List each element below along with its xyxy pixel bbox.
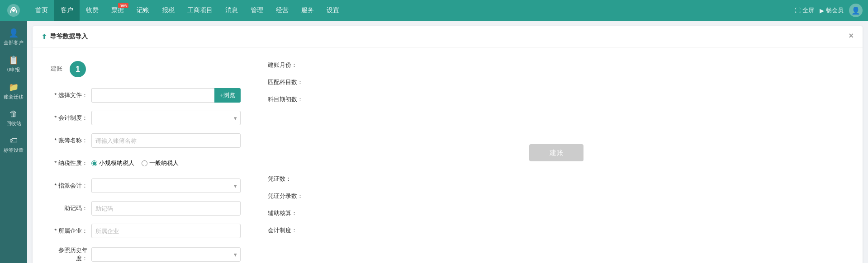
tax-nature-row: * 纳税性质： 小规模纳税人 一般纳税人: [51, 156, 241, 170]
nav-business[interactable]: 工商项目: [181, 0, 219, 21]
right-accounting-system-label: 会计制度：: [268, 226, 308, 235]
app-logo: [5, 2, 22, 19]
browse-button[interactable]: +浏览: [214, 88, 241, 103]
recycle-icon: 🗑: [9, 109, 18, 119]
assigned-accountant-label: * 指派会计：: [51, 182, 91, 190]
nav-service[interactable]: 服务: [295, 0, 320, 21]
accounting-system-row: * 会计制度：: [51, 111, 241, 125]
month-row: 建账月份：: [268, 61, 844, 69]
ledger-name-row: * 账簿名称：: [51, 133, 241, 148]
content-area: ⬆ 导爷数据导入 × 建账 1 * 选择文件：: [27, 21, 868, 263]
nav-menu: 首页 客户 收费 票据 new 记账 报税 工商项目 消息 管理 经营 服务 设…: [29, 0, 795, 21]
accounting-system-select-wrapper: [91, 111, 241, 125]
dialog-header: ⬆ 导爷数据导入 ×: [33, 26, 863, 47]
nav-message[interactable]: 消息: [219, 0, 244, 21]
zero-report-icon: 📋: [9, 55, 19, 65]
svg-point-1: [12, 9, 15, 12]
assigned-accountant-select[interactable]: [91, 178, 241, 193]
fullscreen-button[interactable]: ⛶ 全屏: [795, 6, 814, 14]
ledger-name-input[interactable]: [91, 133, 241, 148]
sidebar-item-zero-report-label: 0申报: [7, 66, 20, 73]
reference-year-select-wrapper: [91, 247, 241, 262]
vip-icon: ▶: [820, 7, 824, 14]
file-input[interactable]: [91, 88, 214, 103]
tag-settings-icon: 🏷: [9, 136, 18, 146]
nav-tax[interactable]: 报税: [156, 0, 181, 21]
sidebar-item-all-customers[interactable]: 👤 全部客户: [2, 24, 25, 50]
tax-option2-item[interactable]: 一般纳税人: [142, 159, 179, 167]
sidebar: 👤 全部客户 📋 0申报 📁 账套迁移 🗑 回收站 🏷 标签设置: [0, 21, 27, 263]
affiliated-company-row: * 所属企业：: [51, 224, 241, 238]
dialog-card: ⬆ 导爷数据导入 × 建账 1 * 选择文件：: [33, 26, 863, 263]
nav-accounting[interactable]: 记账: [130, 0, 156, 21]
nav-invoice[interactable]: 票据 new: [105, 0, 130, 21]
migrate-icon: 📁: [9, 82, 19, 92]
step-label: 建账: [51, 61, 62, 73]
sidebar-item-recycle-label: 回收站: [6, 120, 21, 127]
sidebar-item-migrate-label: 账套迁移: [4, 94, 24, 100]
affiliated-company-label: * 所属企业：: [51, 227, 91, 235]
subject-initial-label: 科目期初数：: [268, 95, 308, 103]
accounting-system-select[interactable]: [91, 111, 241, 125]
new-badge: new: [118, 3, 128, 8]
reference-year-select[interactable]: [91, 247, 241, 262]
tax-option1-radio[interactable]: [91, 160, 97, 166]
memo-code-row: 助记码：: [51, 201, 241, 216]
nav-home[interactable]: 首页: [29, 0, 54, 21]
sidebar-item-recycle[interactable]: 🗑 回收站: [2, 106, 25, 131]
form-area: 建账 1 * 选择文件： +浏览 * 会计制度：: [33, 47, 863, 263]
import-icon: ⬆: [42, 33, 47, 40]
nav-customer[interactable]: 客户: [54, 0, 80, 21]
sidebar-item-zero-report[interactable]: 📋 0申报: [2, 52, 25, 77]
tax-nature-label: * 纳税性质：: [51, 159, 91, 167]
assigned-accountant-select-wrapper: [91, 178, 241, 193]
main-layout: 👤 全部客户 📋 0申报 📁 账套迁移 🗑 回收站 🏷 标签设置 ⬆ 导爷数据导…: [0, 21, 868, 263]
select-file-label: * 选择文件：: [51, 91, 91, 99]
build-button[interactable]: 建账: [529, 144, 583, 161]
form-left: 建账 1 * 选择文件： +浏览 * 会计制度：: [51, 61, 241, 263]
file-input-wrapper: +浏览: [91, 88, 241, 103]
match-subjects-row: 匹配科目数：: [268, 78, 844, 86]
step-circle: 1: [70, 61, 86, 77]
memo-code-label: 助记码：: [51, 204, 91, 212]
top-navbar: 首页 客户 收费 票据 new 记账 报税 工商项目 消息 管理 经营 服务 设…: [0, 0, 868, 21]
sidebar-item-migrate[interactable]: 📁 账套迁移: [2, 79, 25, 104]
sidebar-item-all-customers-label: 全部客户: [4, 39, 24, 46]
form-right: 建账月份： 匹配科目数： 科目期初数： 建账: [268, 61, 844, 263]
dialog-title: 导爷数据导入: [50, 33, 88, 41]
match-subjects-label: 匹配科目数：: [268, 78, 308, 86]
sidebar-item-tag-settings[interactable]: 🏷 标签设置: [2, 132, 25, 157]
nav-operation[interactable]: 经营: [270, 0, 295, 21]
tax-nature-radio-group: 小规模纳税人 一般纳税人: [91, 156, 241, 170]
fullscreen-label: 全屏: [802, 6, 814, 14]
ledger-name-label: * 账簿名称：: [51, 136, 91, 145]
step-section: 建账 1: [51, 61, 241, 77]
memo-code-input[interactable]: [91, 201, 241, 216]
vip-label: 畅会员: [826, 6, 844, 14]
all-customers-icon: 👤: [9, 28, 19, 38]
voucher-entries-row: 凭证分录数：: [268, 192, 844, 200]
tax-option2-radio[interactable]: [142, 160, 147, 166]
close-button[interactable]: ×: [849, 32, 854, 40]
voucher-entries-label: 凭证分录数：: [268, 192, 308, 200]
vip-button[interactable]: ▶ 畅会员: [820, 6, 844, 14]
nav-settings[interactable]: 设置: [320, 0, 346, 21]
accounting-system-label: * 会计制度：: [51, 114, 91, 122]
right-accounting-system-row: 会计制度：: [268, 226, 844, 235]
assigned-accountant-row: * 指派会计：: [51, 178, 241, 193]
tax-option1-item[interactable]: 小规模纳税人: [91, 159, 134, 167]
nav-fee[interactable]: 收费: [80, 0, 105, 21]
vouchers-label: 凭证数：: [268, 175, 308, 183]
affiliated-company-input[interactable]: [91, 224, 241, 238]
nav-management[interactable]: 管理: [244, 0, 270, 21]
reference-year-label: 参照历史年度：: [51, 246, 91, 263]
fullscreen-icon: ⛶: [795, 7, 801, 14]
auxiliary-label: 辅助核算：: [268, 209, 308, 217]
month-label: 建账月份：: [268, 61, 308, 69]
avatar[interactable]: 👤: [849, 4, 863, 17]
avatar-icon: 👤: [851, 6, 860, 15]
select-file-row: * 选择文件： +浏览: [51, 88, 241, 103]
auxiliary-row: 辅助核算：: [268, 209, 844, 217]
tax-option2-label: 一般纳税人: [149, 159, 179, 167]
reference-year-row: 参照历史年度：: [51, 246, 241, 263]
